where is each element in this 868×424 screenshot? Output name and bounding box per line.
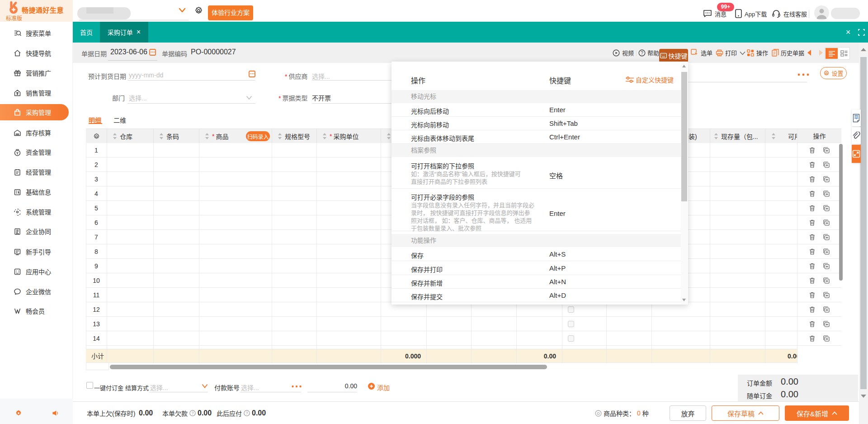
svg-text:?: ? <box>641 50 643 55</box>
svg-text:?: ? <box>191 411 193 415</box>
svg-text:草: 草 <box>854 114 859 120</box>
svg-text:?: ? <box>245 411 248 415</box>
